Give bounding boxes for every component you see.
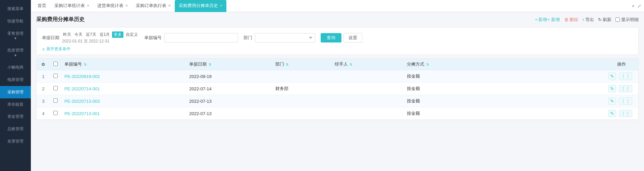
row-num-3: 3 (37, 95, 50, 107)
th-settings[interactable]: ⚙ (37, 59, 50, 70)
sidebar-item-inventory[interactable]: 库存核算 (0, 98, 31, 111)
settings-button[interactable]: 设置 (343, 33, 362, 42)
more-icon-1[interactable]: ⋮⋮ (619, 73, 632, 80)
tab-home[interactable]: 首页 (34, 0, 50, 12)
dept-search-field: 部门 财务部 (244, 33, 315, 42)
th-date: 单据日期 ⇅ (186, 59, 272, 70)
row-select-checkbox-4[interactable] (53, 111, 58, 115)
edit-icon-1[interactable]: ✎ (608, 73, 616, 80)
add-button[interactable]: + 新增+ 新增 (535, 17, 560, 23)
dept-select[interactable]: 财务部 (255, 33, 315, 42)
row-num-1: 1 (37, 70, 50, 83)
row-date-2: 2022-07-14 (186, 83, 272, 95)
row-date-1: 2022-09-19 (186, 70, 272, 83)
doc-no-link-1[interactable]: PE-20220919-002 (64, 74, 100, 79)
row-handler-1 (331, 70, 404, 83)
close-tab-purchase-order-stats[interactable]: × (87, 3, 89, 8)
column-settings-icon[interactable]: ⚙ (41, 62, 45, 67)
row-ops-3: ✎ ⋮⋮ (605, 95, 638, 107)
close-tab-purchase-cost-history[interactable]: × (220, 3, 222, 8)
search-area: 单据日期 昨天 今天 近7天 近1月 更多 自定义 2022-01-01 至 2… (36, 27, 639, 55)
sort-method-icon[interactable]: ⇅ (426, 63, 429, 66)
sort-doc-no-icon[interactable]: ⇅ (84, 63, 87, 66)
action-icons-1: ✎ ⋮⋮ (608, 73, 635, 80)
sort-date-icon[interactable]: ⇅ (209, 63, 211, 66)
close-tab-goods-stats[interactable]: × (125, 3, 128, 8)
row-doc-no-2: PE-20220714-001 (61, 83, 186, 95)
row-doc-no-4: PE-20220713-001 (61, 107, 186, 120)
sort-dept-icon[interactable]: ⇅ (286, 63, 288, 66)
row-date-4: 2022-07-13 (186, 107, 272, 120)
row-select-checkbox-2[interactable] (53, 86, 58, 90)
sidebar-item-ecommerce[interactable]: 电商管理 (0, 74, 31, 86)
doc-no-label: 单据编号 (144, 35, 162, 41)
row-dept-4 (272, 107, 331, 120)
tab-purchase-order-exec[interactable]: 采购订单执行表 × (132, 0, 175, 12)
doc-no-link-2[interactable]: PE-20220714-001 (64, 86, 100, 91)
table-row: 4 PE-20220713-001 2022-07-13 按金额 (37, 107, 638, 120)
more-icon-3[interactable]: ⋮⋮ (619, 97, 632, 105)
close-all-tabs-icon[interactable]: × (632, 3, 635, 9)
doc-no-link-3[interactable]: PE-20220713-003 (64, 99, 100, 104)
show-cols-toggle[interactable]: 显示明细 (615, 17, 639, 23)
query-button[interactable]: 查询 (321, 33, 341, 42)
delete-button[interactable]: 🗑 删除 (564, 17, 578, 23)
edit-icon-4[interactable]: ✎ (608, 110, 616, 117)
expand-more-btn[interactable]: ∨ 展开更多条件 (42, 46, 633, 52)
plus-icon: + (535, 17, 538, 22)
sidebar-item-quicknav[interactable]: 快捷导航 (0, 15, 31, 27)
edit-icon-3[interactable]: ✎ (608, 97, 616, 105)
page-header: 采购费用分摊单历史 + 新增+ 新增 🗑 删除 ↑ 导出 ↻ 刷新 (36, 16, 639, 23)
date-shortcuts: 昨天 今天 近7天 近1月 更多 自定义 (62, 31, 139, 38)
sidebar-item-purchase[interactable]: 采购管理 (0, 86, 31, 98)
shortcut-custom[interactable]: 自定义 (125, 31, 139, 38)
close-tab-purchase-order-exec[interactable]: × (168, 3, 171, 8)
tab-purchase-cost-history[interactable]: 采购费用分摊单历史 × (175, 0, 226, 12)
more-icon-4[interactable]: ⋮⋮ (619, 110, 632, 117)
row-dept-2: 财务部 (272, 83, 331, 95)
action-icons-4: ✎ ⋮⋮ (608, 110, 635, 117)
sidebar-item-search[interactable]: 搜索菜单 (0, 3, 31, 15)
refresh-button[interactable]: ↻ 刷新 (598, 17, 611, 23)
date-range-display: 2022-01-01 至 2022-12-31 (62, 38, 139, 44)
delete-icon: 🗑 (564, 17, 569, 22)
doc-no-link-4[interactable]: PE-20220713-001 (64, 111, 100, 116)
shortcut-7days[interactable]: 近7天 (85, 31, 97, 38)
row-method-3: 按金额 (404, 95, 605, 107)
table-row: 3 PE-20220713-003 2022-07-13 按金额 (37, 95, 638, 107)
row-doc-no-1: PE-20220919-002 (61, 70, 186, 83)
table-row: 2 PE-20220714-001 2022-07-14 财务部 按金额 (37, 83, 638, 95)
shortcut-more[interactable]: 更多 (112, 31, 123, 38)
doc-no-input[interactable] (164, 33, 238, 42)
maximize-icon[interactable]: ⤢ (637, 3, 641, 9)
shortcut-today[interactable]: 今天 (73, 31, 84, 38)
row-ops-4: ✎ ⋮⋮ (605, 107, 638, 120)
more-icon-2[interactable]: ⋮⋮ (619, 85, 632, 92)
edit-icon-2[interactable]: ✎ (608, 85, 616, 92)
sidebar-item-wholesale[interactable]: 批发管理 ▼ (0, 44, 31, 61)
row-num-2: 2 (37, 83, 50, 95)
sort-handler-icon[interactable]: ⇅ (350, 63, 352, 66)
row-select-checkbox-3[interactable] (53, 98, 58, 103)
export-button[interactable]: ↑ 导出 (582, 17, 594, 23)
select-all-checkbox[interactable] (53, 62, 58, 66)
sidebar-item-retail[interactable]: 零售管理 ▼ (0, 27, 31, 45)
row-select-checkbox-1[interactable] (53, 74, 58, 78)
shortcut-1month[interactable]: 近1月 (99, 31, 111, 38)
tab-purchase-order-stats[interactable]: 采购订单统计表 × (50, 0, 93, 12)
search-buttons: 查询 设置 (321, 33, 362, 42)
th-doc-no: 单据编号 ⇅ (61, 59, 186, 70)
sidebar-item-ledger[interactable]: 总账管理 (0, 123, 31, 135)
th-method: 分摊方式 ⇅ (404, 59, 605, 70)
row-date-3: 2022-07-13 (186, 95, 272, 107)
row-checkbox-3 (50, 95, 61, 107)
sidebar-item-invoice[interactable]: 发票管理 (0, 135, 31, 148)
tab-goods-stats[interactable]: 进货单统计表 × (93, 0, 132, 12)
table-header-row: ⚙ 单据编号 ⇅ 单据日期 ⇅ (37, 59, 638, 70)
shortcut-yesterday[interactable]: 昨天 (62, 31, 72, 38)
sidebar-item-finance[interactable]: 资金管理 (0, 110, 31, 123)
sidebar-item-ecommerce-small[interactable]: 小畅电商 (0, 61, 31, 74)
date-shortcuts-group: 昨天 今天 近7天 近1月 更多 自定义 2022-01-01 至 2022-1… (62, 31, 139, 44)
action-icons-3: ✎ ⋮⋮ (608, 97, 635, 105)
show-cols-checkbox[interactable] (615, 17, 620, 22)
